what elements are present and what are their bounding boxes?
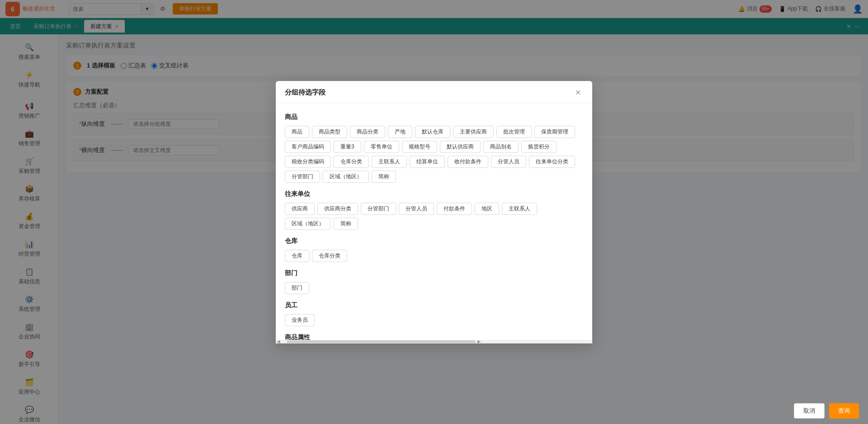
field-tag[interactable]: 主联系人 [502, 203, 537, 215]
field-tag[interactable]: 部门 [285, 282, 309, 294]
field-select-modal: 分组待选字段 ✕ 商品商品商品类型商品分类产地默认仓库主要供应商批次管理保质期管… [276, 81, 592, 343]
bottom-actions: 取消 查询 [785, 398, 868, 424]
section-title-部门: 部门 [285, 269, 583, 277]
modal-close-icon[interactable]: ✕ [572, 87, 583, 98]
field-tag[interactable]: 批次管理 [496, 126, 532, 138]
field-tags-员工: 业务员 [285, 314, 583, 326]
field-tag[interactable]: 税收分类编码 [285, 156, 331, 168]
modal-header: 分组待选字段 ✕ [276, 81, 592, 103]
section-title-员工: 员工 [285, 301, 583, 310]
cancel-button[interactable]: 取消 [794, 403, 825, 419]
hscroll-thumb [287, 340, 476, 343]
field-tag[interactable]: 主联系人 [372, 156, 407, 168]
field-tag[interactable]: 区域（地区） [285, 218, 331, 230]
field-tag[interactable]: 简称 [334, 218, 358, 230]
modal-body: 商品商品商品类型商品分类产地默认仓库主要供应商批次管理保质期管理客户商品编码重量… [276, 103, 592, 340]
field-tag[interactable]: 商品类型 [312, 126, 347, 138]
field-tag[interactable]: 默认供应商 [440, 141, 481, 153]
field-tag[interactable]: 零售单位 [364, 141, 399, 153]
field-tag[interactable]: 付款条件 [437, 203, 472, 215]
field-tag[interactable]: 炼货积分 [521, 141, 557, 153]
field-tag[interactable]: 供应商分类 [317, 203, 358, 215]
field-tag[interactable]: 简称 [372, 171, 396, 183]
section-title-商品属性: 商品属性 [285, 333, 583, 340]
field-tag[interactable]: 业务员 [285, 314, 315, 326]
field-tags-往来单位: 供应商供应商分类分管部门分管人员付款条件地区主联系人区域（地区）简称 [285, 203, 583, 230]
field-tag[interactable]: 往来单位分类 [529, 156, 575, 168]
field-tag[interactable]: 商品 [285, 126, 309, 138]
field-tags-商品: 商品商品类型商品分类产地默认仓库主要供应商批次管理保质期管理客户商品编码重量3零… [285, 126, 583, 183]
field-tag[interactable]: 默认仓库 [415, 126, 450, 138]
field-tag[interactable]: 分管人员 [399, 203, 434, 215]
field-tag[interactable]: 仓库 [285, 250, 309, 262]
field-tag[interactable]: 保质期管理 [534, 126, 575, 138]
field-tag[interactable]: 分管人员 [491, 156, 526, 168]
field-tag[interactable]: 供应商 [285, 203, 315, 215]
field-tags-仓库: 仓库仓库分类 [285, 250, 583, 262]
section-title-仓库: 仓库 [285, 237, 583, 245]
field-tag[interactable]: 结算单位 [410, 156, 445, 168]
field-tags-部门: 部门 [285, 282, 583, 294]
modal-title: 分组待选字段 [285, 88, 326, 97]
field-tag[interactable]: 区域（地区） [323, 171, 369, 183]
field-tag[interactable]: 收付款条件 [448, 156, 488, 168]
field-tag[interactable]: 分管部门 [361, 203, 396, 215]
field-tag[interactable]: 规格型号 [402, 141, 437, 153]
field-tag[interactable]: 商品分类 [350, 126, 385, 138]
field-tag[interactable]: 产地 [388, 126, 412, 138]
field-tag[interactable]: 仓库分类 [312, 250, 347, 262]
field-tag[interactable]: 分管部门 [285, 171, 320, 183]
section-title-商品: 商品 [285, 113, 583, 121]
field-tag[interactable]: 主要供应商 [453, 126, 494, 138]
modal-horizontal-scrollbar[interactable]: ◀ ▶ [276, 340, 592, 343]
field-tag[interactable]: 重量3 [334, 141, 361, 153]
field-tag[interactable]: 地区 [475, 203, 499, 215]
field-tag[interactable]: 客户商品编码 [285, 141, 331, 153]
field-tag[interactable]: 仓库分类 [334, 156, 369, 168]
field-tag[interactable]: 商品别名 [483, 141, 519, 153]
confirm-button[interactable]: 查询 [829, 403, 859, 419]
section-title-往来单位: 往来单位 [285, 190, 583, 198]
